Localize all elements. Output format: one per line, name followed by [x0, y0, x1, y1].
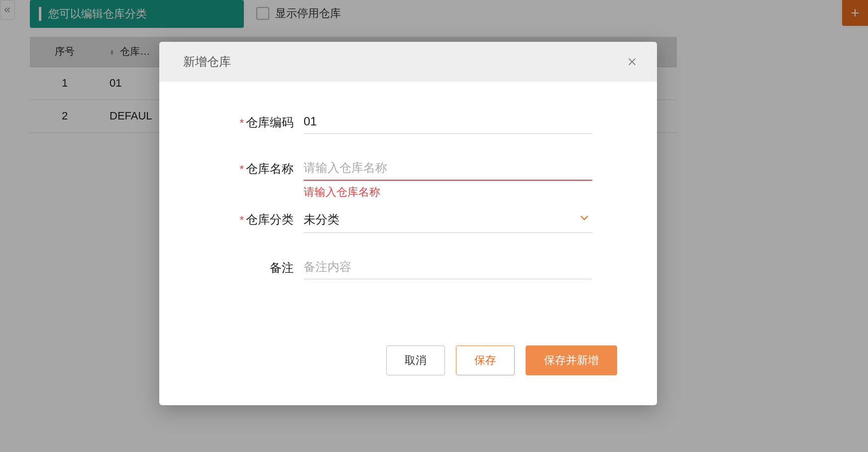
- name-error-message: 请输入仓库名称: [304, 185, 592, 200]
- remark-input[interactable]: [304, 257, 592, 279]
- modal-title: 新增仓库: [183, 54, 231, 70]
- warehouse-name-input[interactable]: [304, 158, 592, 181]
- label-category: *仓库分类: [209, 209, 294, 227]
- label-name: *仓库名称: [209, 158, 294, 177]
- form-row-name: *仓库名称 请输入仓库名称: [209, 158, 592, 200]
- close-icon: [627, 56, 638, 67]
- form-row-remark: 备注: [209, 257, 592, 279]
- form-row-category: *仓库分类 未分类: [209, 209, 592, 233]
- warehouse-code-input[interactable]: [304, 112, 592, 134]
- add-warehouse-modal: 新增仓库 *仓库编码 *仓库名称 请输入仓库名称 *仓库分类: [159, 42, 657, 405]
- warehouse-category-select[interactable]: 未分类: [304, 209, 592, 233]
- modal-body: *仓库编码 *仓库名称 请输入仓库名称 *仓库分类 未分类: [159, 82, 657, 345]
- required-asterisk: *: [239, 214, 244, 226]
- save-button[interactable]: 保存: [456, 345, 515, 375]
- label-code: *仓库编码: [209, 112, 294, 130]
- required-asterisk: *: [239, 116, 244, 129]
- category-value: 未分类: [304, 209, 592, 233]
- modal-footer: 取消 保存 保存并新增: [159, 345, 657, 405]
- cancel-button[interactable]: 取消: [386, 345, 445, 375]
- chevron-down-icon: [578, 212, 590, 226]
- save-and-new-button[interactable]: 保存并新增: [526, 345, 617, 375]
- modal-header: 新增仓库: [159, 42, 657, 82]
- form-row-code: *仓库编码: [209, 112, 592, 134]
- required-asterisk: *: [239, 163, 244, 175]
- close-button[interactable]: [622, 52, 642, 72]
- label-remark: 备注: [209, 257, 294, 276]
